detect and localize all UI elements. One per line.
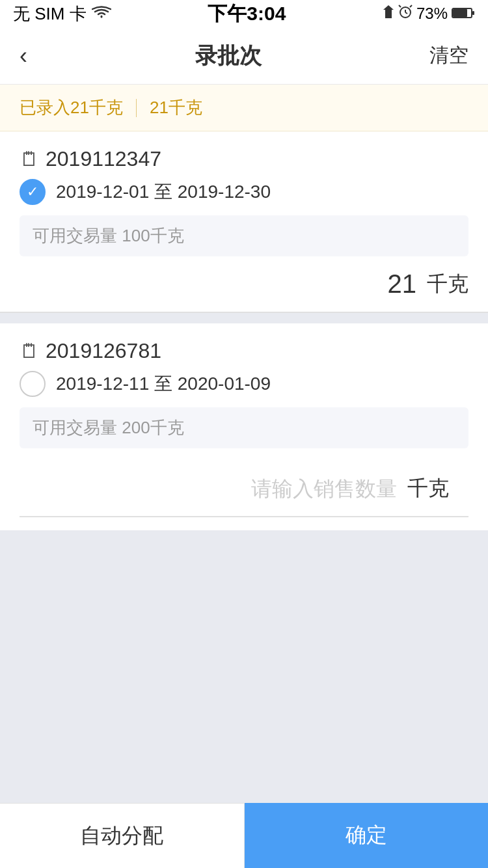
batch-qty-text-1: 可用交易量 100千克 [33, 226, 184, 245]
input-unit-2: 千克 [407, 474, 449, 503]
empty-area [0, 530, 488, 850]
battery-icon [452, 5, 475, 23]
status-time: 下午3:04 [208, 1, 286, 27]
batch-header-1: 🗒 2019112347 [20, 147, 468, 171]
check-icon-1: ✓ [27, 183, 38, 200]
batch-header-2: 🗒 2019126781 [20, 339, 468, 363]
status-right: 73% [383, 5, 475, 23]
svg-rect-6 [453, 9, 467, 17]
back-button[interactable]: ‹ [20, 42, 27, 70]
svg-rect-7 [472, 11, 474, 15]
batch-qty-text-2: 可用交易量 200千克 [33, 418, 184, 437]
value-row-1: 21 千克 [0, 256, 488, 313]
recorded-label: 已录入21千克 [20, 96, 123, 119]
input-container-2: 千克 [0, 448, 488, 530]
info-divider [136, 99, 137, 117]
batch1-unit: 千克 [427, 270, 468, 299]
status-bar: 无 SIM 卡 下午3:04 73% [0, 0, 488, 27]
info-value: 21千克 [150, 96, 202, 119]
main-content: 🗒 2019112347 ✓ 2019-12-01 至 2019-12-30 可… [0, 131, 488, 850]
batch-qty-bar-1: 可用交易量 100千克 [20, 215, 468, 256]
input-divider [20, 516, 468, 517]
location-icon [383, 5, 394, 23]
svg-line-4 [410, 5, 412, 7]
radio-2[interactable] [20, 371, 46, 397]
batch-date-row-1[interactable]: ✓ 2019-12-01 至 2019-12-30 [20, 179, 468, 205]
batch-date-2: 2019-12-11 至 2020-01-09 [56, 372, 271, 396]
radio-1[interactable]: ✓ [20, 179, 46, 205]
batch-number-1: 2019112347 [46, 147, 161, 171]
page-title: 录批次 [195, 41, 262, 71]
confirm-button[interactable]: 确定 [245, 803, 489, 868]
auto-distribute-button[interactable]: 自动分配 [0, 803, 245, 868]
svg-line-2 [405, 12, 407, 14]
qty-input-2[interactable] [39, 477, 397, 501]
info-bar: 已录入21千克 21千克 [0, 85, 488, 131]
bottom-bar: 自动分配 确定 [0, 803, 488, 868]
battery-text: 73% [416, 5, 448, 23]
sim-text: 无 SIM 卡 [13, 3, 87, 25]
batch-date-1: 2019-12-01 至 2019-12-30 [56, 180, 271, 204]
status-left: 无 SIM 卡 [13, 3, 111, 25]
nav-bar: ‹ 录批次 清空 [0, 27, 488, 85]
batch-qty-bar-2: 可用交易量 200千克 [20, 407, 468, 448]
clear-button[interactable]: 清空 [429, 42, 468, 69]
batch-doc-icon-1: 🗒 [20, 148, 39, 170]
wifi-icon [92, 4, 111, 24]
batch-item-1: 🗒 2019112347 ✓ 2019-12-01 至 2019-12-30 可… [0, 131, 488, 256]
batch-date-row-2[interactable]: 2019-12-11 至 2020-01-09 [20, 371, 468, 397]
alarm-icon [398, 5, 413, 23]
batch-item-2: 🗒 2019126781 2019-12-11 至 2020-01-09 可用交… [0, 323, 488, 448]
batch-number-2: 2019126781 [46, 339, 161, 363]
batch1-value: 21 [388, 269, 417, 299]
svg-line-3 [399, 5, 401, 7]
input-row-2: 千克 [20, 461, 468, 516]
section-divider [0, 313, 488, 323]
batch-doc-icon-2: 🗒 [20, 340, 39, 362]
